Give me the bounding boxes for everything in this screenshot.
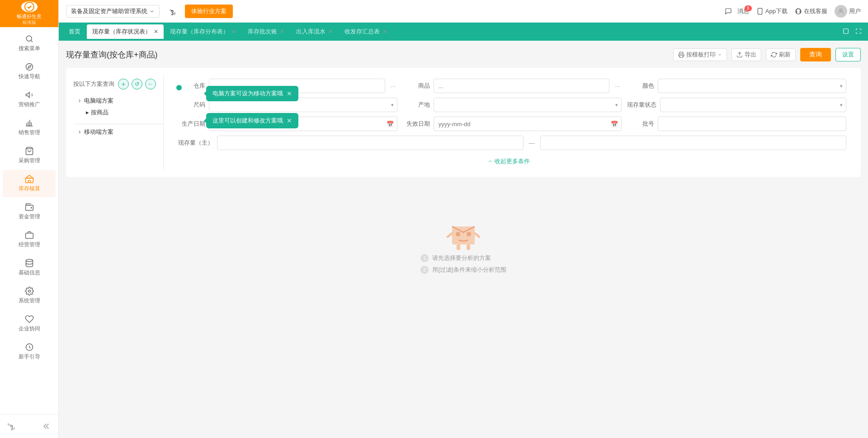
settings-bottom-icon (8, 422, 16, 430)
collapse-row[interactable]: 收起更多条件 (171, 155, 846, 166)
tab-restore-btn[interactable] (841, 26, 851, 38)
sidebar-item-quicknav[interactable]: 快速导航 (3, 58, 56, 85)
chevron-right-icon2 (77, 129, 82, 135)
sidebar-item-finance[interactable]: 资金管理 (3, 198, 56, 225)
exp-date-input[interactable] (434, 117, 622, 131)
origin-filter: 产地 ▾ (403, 98, 622, 112)
tab-label: 现存量（库存分布表） (170, 28, 229, 36)
sidebar-item-sales[interactable]: 销售管理 (3, 114, 56, 141)
query-btn[interactable]: 查询 (800, 48, 831, 61)
sidebar-bottom (0, 414, 58, 438)
pc-scheme-node[interactable]: 电脑端方案 (73, 95, 163, 107)
color-filter: 颜色 ▾ (627, 79, 846, 93)
svg-rect-11 (758, 8, 762, 14)
scheme-divider (73, 124, 163, 124)
setting-btn[interactable]: 设置 (835, 48, 861, 61)
sidebar-item-guide[interactable]: 新手引导 (3, 338, 56, 365)
collapse-label: 收起更多条件 (495, 157, 530, 165)
create-tooltip-close[interactable]: ✕ (287, 117, 292, 124)
sidebar-item-enterprise[interactable]: 企业协同 (3, 310, 56, 337)
back-btn[interactable]: ← (145, 79, 156, 89)
batch-input[interactable] (658, 117, 846, 131)
search-icon (25, 34, 34, 43)
sidebar-item-operations[interactable]: 经营管理 (3, 226, 56, 253)
quantity-min-input[interactable] (217, 136, 524, 150)
sidebar: 畅通好生意 标准版 搜索菜单 快速导航 营销推广 销售管理 采购管理 (0, 0, 59, 438)
app-download-btn[interactable]: App下载 (756, 7, 788, 15)
tip-text-1: 请先选择要分析的方案 (432, 252, 491, 264)
system-selector[interactable]: 装备及固定资产辅助管理系统 (66, 5, 160, 18)
system-title: 装备及固定资产辅助管理系统 (71, 7, 147, 15)
tab-close-btn[interactable]: ✕ (328, 28, 333, 35)
tab-stock-status[interactable]: 现存量（库存状况表） ✕ (87, 24, 164, 39)
tab-summary[interactable]: 收发存汇总表 ✕ (339, 24, 392, 39)
export-btn[interactable]: 导出 (731, 48, 761, 61)
connector-dot (176, 85, 182, 90)
tab-close-btn[interactable]: ✕ (382, 28, 387, 35)
header-left: 装备及固定资产辅助管理系统 体验行业方案 (66, 4, 233, 19)
message-btn[interactable]: 8 消息 (725, 7, 749, 15)
origin-select[interactable] (434, 98, 622, 112)
tab-home[interactable]: 首页 (63, 24, 86, 39)
sidebar-item-basic-info[interactable]: 基础信息 (3, 254, 56, 281)
support-label: 在线客服 (804, 7, 827, 15)
export-icon (736, 52, 743, 58)
tab-fullscreen-btn[interactable] (854, 26, 863, 38)
refresh-scheme-btn[interactable]: ↺ (132, 79, 142, 89)
sidebar-item-marketing[interactable]: 营销推广 (3, 86, 56, 113)
print-btn[interactable]: 按模板打印 (673, 48, 727, 61)
stock-status-select[interactable] (660, 98, 846, 112)
product-filter: 商品 ··· (403, 79, 622, 93)
product-dots[interactable]: ··· (613, 83, 622, 89)
tab-batch[interactable]: 库存批次账 ✕ (242, 24, 290, 39)
refresh-icon (771, 52, 777, 58)
pc-scheme-tree: 电脑端方案 ▸ 按商品 (73, 95, 163, 118)
support-btn[interactable]: 在线客服 (795, 7, 827, 15)
header-settings-btn[interactable] (165, 4, 179, 19)
color-select[interactable] (658, 79, 846, 93)
empty-illustration (441, 211, 486, 247)
quantity-max-input[interactable] (540, 136, 847, 150)
sidebar-item-warehouse[interactable]: 库存核算 (3, 170, 56, 197)
restore-icon (843, 28, 849, 34)
tip-text-2: 用[过滤]条件来缩小分析范围 (432, 264, 506, 276)
color-select-wrap: ▾ (658, 79, 846, 93)
industry-btn[interactable]: 体验行业方案 (185, 5, 233, 18)
svg-point-4 (31, 207, 32, 208)
collapse-chevron-icon (487, 159, 493, 164)
svg-point-18 (456, 232, 460, 236)
refresh-label: 刷新 (779, 51, 791, 59)
tip-num-1: 1 (420, 254, 429, 262)
sidebar-item-system[interactable]: 系统管理 (3, 282, 56, 309)
sidebar-collapse-btn[interactable] (39, 419, 54, 433)
exp-date-calendar-icon[interactable]: 📅 (611, 121, 618, 127)
sidebar-item-search[interactable]: 搜索菜单 (3, 30, 56, 57)
sidebar-label: 新手引导 (19, 353, 40, 361)
chevron-right-icon (77, 98, 82, 104)
scheme-tooltip-close[interactable]: ✕ (287, 90, 292, 97)
tab-close-btn[interactable]: ✕ (154, 28, 158, 35)
tab-close-btn[interactable]: ✕ (231, 28, 236, 35)
mobile-scheme-node[interactable]: 移动端方案 (73, 126, 163, 138)
filter-label: 按以下方案查询 (73, 80, 114, 88)
scheme-tooltip: 电脑方案可设为移动方案哦 ✕ (206, 86, 298, 101)
mobile-scheme-label: 移动端方案 (84, 128, 113, 136)
product-input[interactable] (434, 79, 610, 93)
tab-inout[interactable]: 出入库流水 ✕ (291, 24, 338, 39)
user-menu[interactable]: 用户 (835, 5, 861, 18)
user-icon (837, 8, 844, 15)
tab-stock-dist[interactable]: 现存量（库存分布表） ✕ (165, 24, 241, 39)
refresh-btn[interactable]: 刷新 (766, 48, 796, 61)
pc-scheme-label: 电脑端方案 (84, 97, 113, 105)
prod-date-calendar-icon[interactable]: 📅 (387, 121, 394, 127)
phone-icon (756, 8, 764, 15)
tip-item-1: 1 请先选择要分析的方案 (420, 252, 506, 264)
database-icon (25, 259, 34, 268)
sidebar-item-purchase[interactable]: 采购管理 (3, 142, 56, 169)
briefcase-icon (25, 231, 34, 240)
scheme-child-node[interactable]: ▸ 按商品 (82, 107, 163, 118)
add-scheme-btn[interactable]: + (118, 79, 129, 89)
tab-close-btn[interactable]: ✕ (280, 28, 284, 35)
sidebar-settings-btn[interactable] (5, 419, 19, 433)
warehouse-dots[interactable]: ··· (389, 83, 397, 89)
